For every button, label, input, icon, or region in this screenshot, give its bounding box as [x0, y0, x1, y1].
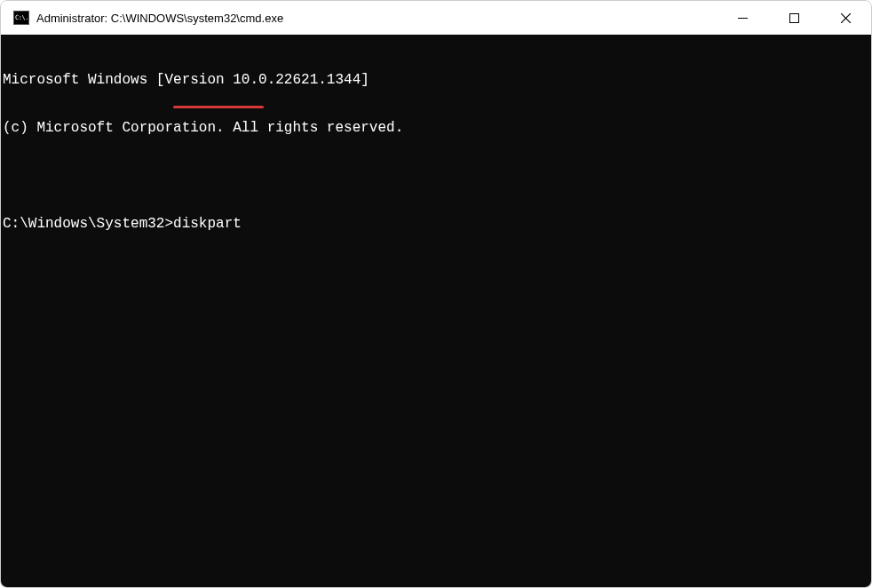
- window-controls: [717, 1, 871, 35]
- cmd-window: C:\. Administrator: C:\WINDOWS\system32\…: [0, 0, 872, 588]
- prompt-text: C:\Windows\System32>: [3, 216, 173, 232]
- cmd-icon-text: C:\.: [15, 14, 28, 21]
- minimize-button[interactable]: [717, 1, 768, 35]
- window-title: Administrator: C:\WINDOWS\system32\cmd.e…: [36, 12, 717, 25]
- maximize-icon: [789, 13, 799, 23]
- titlebar[interactable]: C:\. Administrator: C:\WINDOWS\system32\…: [1, 1, 871, 35]
- close-button[interactable]: [820, 1, 871, 35]
- maximize-button[interactable]: [768, 1, 820, 35]
- terminal-area[interactable]: Microsoft Windows [Version 10.0.22621.13…: [1, 35, 871, 587]
- prompt-line: C:\Windows\System32>diskpart: [3, 216, 869, 232]
- blank-line: [3, 168, 869, 184]
- cmd-icon: C:\.: [13, 11, 29, 25]
- minimize-icon: [738, 13, 748, 23]
- close-icon: [841, 13, 851, 23]
- annotation-underline: [173, 106, 264, 108]
- command-text: diskpart: [173, 216, 242, 232]
- copyright-line: (c) Microsoft Corporation. All rights re…: [3, 120, 869, 136]
- svg-rect-1: [789, 13, 798, 22]
- version-line: Microsoft Windows [Version 10.0.22621.13…: [3, 72, 869, 88]
